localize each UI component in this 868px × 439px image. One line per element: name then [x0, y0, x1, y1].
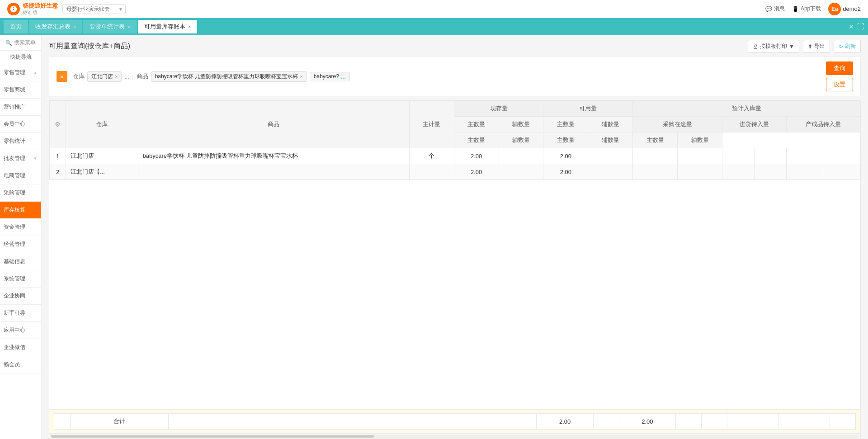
user-name[interactable]: demo2 — [843, 5, 861, 12]
sidebar-search[interactable]: 🔍 搜索菜单 — [0, 35, 41, 51]
refresh-icon: ↻ — [839, 43, 843, 50]
sidebar-item-label: 营销推广 — [4, 103, 25, 111]
sidebar-item-purchase-mgmt[interactable]: 采购管理 — [0, 184, 41, 202]
th-current-aux: 辅数量 — [499, 117, 543, 132]
filter-actions: 查询 设置 — [826, 61, 853, 91]
row-main-unit — [409, 164, 454, 180]
tab-home[interactable]: 首页 — [4, 20, 28, 33]
fullscreen-btn[interactable]: ⛶ — [857, 23, 864, 31]
row-purchase-arrival-aux — [754, 164, 786, 180]
sidebar-quick-nav[interactable]: 快捷导航 — [0, 51, 41, 64]
filter-separator: | — [132, 73, 133, 80]
export-btn[interactable]: ⬆ 导出 — [803, 40, 830, 53]
tab-purchase-stat-close[interactable]: × — [127, 24, 130, 29]
scroll-thumb[interactable] — [51, 435, 374, 438]
sidebar-item-enterprise-wechat[interactable]: 企业微信 — [0, 339, 41, 356]
sidebar-item-app-center[interactable]: 应用中心 — [0, 322, 41, 339]
goods-tag-ellipsis[interactable]: ... — [341, 73, 346, 80]
user-profile[interactable]: Ea demo2 — [828, 3, 861, 15]
sidebar: 🔍 搜索菜单 快捷导航 零售管理 ▲ 零售商城 营销推广 会员中心 零售统计 批… — [0, 35, 42, 439]
expand-arrow-icon: ▲ — [33, 70, 38, 75]
row-current-main: 2.00 — [454, 148, 499, 164]
goods-tag-remove[interactable]: × — [300, 74, 302, 79]
sidebar-item-retail-stats[interactable]: 零售统计 — [0, 133, 41, 150]
row-current-main: 2.00 — [454, 164, 499, 180]
print-icon: 🖨 — [753, 43, 758, 50]
logo: 畅捷通好生意 标准版 — [7, 2, 58, 15]
footer-p3 — [753, 414, 778, 430]
sidebar-item-wholesale-mgmt[interactable]: 批发管理 ▼ — [0, 150, 41, 167]
warehouse-tag-remove[interactable]: × — [115, 74, 118, 79]
sidebar-item-new-guide[interactable]: 新手引导 — [0, 305, 41, 322]
table-scroll[interactable]: ⚙ 仓库 商品 主计量 现存量 可用量 预计入库量 主数量 辅数量 — [49, 100, 860, 409]
sidebar-item-label: 资金管理 — [4, 223, 25, 231]
refresh-btn[interactable]: ↻ 刷新 — [834, 40, 861, 53]
nav-tabs: 首页 收发存汇总表 × 要货单统计表 × 可用量库存账本 × × ⛶ — [0, 18, 868, 35]
th-goods: 商品 — [138, 101, 409, 148]
footer-p6 — [830, 414, 856, 430]
query-btn[interactable]: 查询 — [826, 61, 853, 75]
sidebar-item-enterprise-collab[interactable]: 企业协同 — [0, 288, 41, 305]
sidebar-item-ecommerce-mgmt[interactable]: 电商管理 — [0, 167, 41, 184]
header-row-1: ⚙ 仓库 商品 主计量 现存量 可用量 预计入库量 — [50, 101, 860, 117]
filter-bar: » 仓库 江北门店 × ... | 商品 babycare学饮杯 儿童防摔防撞吸… — [49, 57, 861, 96]
tab-available-stock[interactable]: 可用量库存账本 × — [138, 20, 197, 33]
app-download-btn[interactable]: 📱 App下载 — [792, 5, 821, 13]
app-download-icon: 📱 — [792, 6, 799, 12]
tab-receive-pay[interactable]: 收发存汇总表 × — [29, 20, 82, 33]
message-label: 消息 — [774, 5, 785, 13]
th-purchase-transit-aux: 辅数量 — [499, 132, 543, 148]
industry-select[interactable]: 母婴行业演示账套 — [62, 4, 126, 14]
tab-purchase-stat[interactable]: 要货单统计表 × — [83, 20, 137, 33]
row-goods — [138, 164, 409, 180]
tab-home-label: 首页 — [10, 23, 22, 31]
filter-toggle-icon: » — [60, 73, 64, 80]
top-bar-left: 畅捷通好生意 标准版 母婴行业演示账套 — [7, 2, 126, 15]
filter-toggle[interactable]: » — [57, 71, 67, 82]
industry-select-wrapper[interactable]: 母婴行业演示账套 — [62, 4, 126, 14]
footer-table: 合计 2.00 2.00 — [54, 413, 856, 430]
tab-available-stock-close[interactable]: × — [188, 24, 191, 29]
sidebar-item-label: 企业微信 — [4, 344, 25, 351]
scroll-bar[interactable] — [49, 433, 860, 439]
warehouse-label: 仓库 — [73, 72, 85, 80]
th-purchase-arrival: 进货待入量 — [722, 117, 787, 132]
close-all-tabs[interactable]: × — [849, 22, 854, 32]
footer-avail-main: 2.00 — [619, 414, 675, 430]
print-btn[interactable]: 🖨 按模板打印 ▼ — [748, 40, 799, 53]
sidebar-item-marketing[interactable]: 营销推广 — [0, 99, 41, 116]
warehouse-ellipsis[interactable]: ... — [124, 73, 129, 80]
logo-main: 畅捷通好生意 — [23, 2, 58, 9]
sidebar-item-retail-mall[interactable]: 零售商城 — [0, 81, 41, 99]
sidebar-item-inventory-check[interactable]: 库存核算 — [0, 202, 41, 219]
th-current-stock: 现存量 — [454, 101, 543, 117]
sidebar-item-label: 企业协同 — [4, 292, 25, 300]
logo-icon — [7, 3, 20, 15]
sidebar-item-basic-info[interactable]: 基础信息 — [0, 253, 41, 270]
scroll-track[interactable] — [51, 435, 859, 438]
sidebar-item-system-mgmt[interactable]: 系统管理 — [0, 270, 41, 288]
th-purchase-transit-main: 主数量 — [454, 132, 499, 148]
sidebar-item-vip-member[interactable]: 畅会员 — [0, 356, 41, 373]
goods-tag-0: babycare学饮杯 儿童防摔防撞吸管杯重力球吸嘴杯宝宝水杯 × — [151, 71, 307, 82]
row-avail-aux — [588, 148, 633, 164]
sidebar-item-operations-mgmt[interactable]: 经营管理 — [0, 236, 41, 253]
column-settings-icon[interactable]: ⚙ — [55, 121, 61, 128]
tab-receive-pay-close[interactable]: × — [73, 24, 76, 29]
settings-btn[interactable]: 设置 — [826, 78, 853, 91]
sidebar-item-member-center[interactable]: 会员中心 — [0, 116, 41, 133]
goods-tag-1: babycare? ... — [310, 72, 350, 81]
top-bar: 畅捷通好生意 标准版 母婴行业演示账套 💬 消息 📱 App下载 Ea demo… — [0, 0, 868, 18]
th-purchase-arrival-aux: 辅数量 — [588, 132, 633, 148]
sidebar-item-finance-mgmt[interactable]: 资金管理 — [0, 219, 41, 236]
th-production-main: 主数量 — [633, 132, 678, 148]
footer-avail-aux — [676, 414, 702, 430]
message-btn[interactable]: 💬 消息 — [765, 5, 785, 13]
row-production-main — [786, 164, 823, 180]
sidebar-item-retail-mgmt[interactable]: 零售管理 ▲ — [0, 64, 41, 81]
row-production-aux — [823, 164, 860, 180]
footer-row: 合计 2.00 2.00 — [54, 414, 856, 430]
quick-nav-label: 快捷导航 — [10, 54, 32, 60]
logo-sub: 标准版 — [23, 9, 58, 15]
warehouse-tag-text: 江北门店 — [91, 73, 113, 80]
